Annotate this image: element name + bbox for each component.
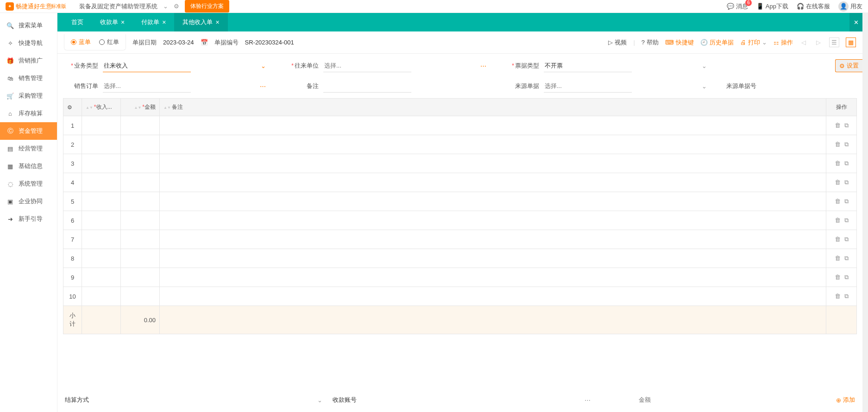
blue-doc-radio[interactable]: 蓝单 xyxy=(71,38,91,46)
tab-1[interactable]: 收款单× xyxy=(92,13,133,31)
prev-arrow-icon[interactable]: ◁ xyxy=(799,39,808,46)
chevron-down-icon[interactable]: ⌄ xyxy=(702,62,707,69)
account-input[interactable] xyxy=(361,394,417,406)
row-num: 7 xyxy=(63,230,82,249)
close-icon[interactable]: × xyxy=(162,19,166,26)
user-menu[interactable]: 👤 用友 xyxy=(838,1,862,12)
add-button[interactable]: ⊕ 添加 xyxy=(836,396,855,404)
operate-button[interactable]: ⚏操作 xyxy=(774,38,793,47)
table-row[interactable]: 8🗑⧉ xyxy=(63,249,857,268)
close-icon[interactable]: × xyxy=(121,19,125,26)
copy-icon[interactable]: ⧉ xyxy=(844,236,849,243)
service-button[interactable]: 🎧 在线客服 xyxy=(797,2,830,11)
table-row[interactable]: 4🗑⧉ xyxy=(63,173,857,192)
shortcut-button[interactable]: ⌨快捷键 xyxy=(665,38,694,47)
messages-button[interactable]: 💬 消息 6 xyxy=(727,2,748,11)
video-button[interactable]: ▷视频 xyxy=(608,38,627,47)
tab-2[interactable]: 付款单× xyxy=(133,13,174,31)
red-doc-radio[interactable]: 红单 xyxy=(99,38,119,46)
chevron-down-icon[interactable]: ⌄ xyxy=(702,83,707,90)
chevron-down-icon[interactable]: ⌄ xyxy=(317,397,322,404)
delete-icon[interactable]: 🗑 xyxy=(835,141,841,148)
scrollbar[interactable] xyxy=(862,13,868,412)
sidebar-item-5[interactable]: ⌂库存核算 xyxy=(0,105,57,122)
remark-input[interactable] xyxy=(323,80,411,93)
delete-icon[interactable]: 🗑 xyxy=(835,160,841,167)
table-row[interactable]: 1🗑⧉ xyxy=(63,116,857,135)
tab-3[interactable]: 其他收入单× xyxy=(174,13,227,31)
app-download-button[interactable]: 📱 App下载 xyxy=(756,2,788,11)
sidebar-item-3[interactable]: 🛍销售管理 xyxy=(0,69,57,87)
delete-icon[interactable]: 🗑 xyxy=(835,236,841,243)
sidebar-item-0[interactable]: 🔍搜索菜单 xyxy=(0,17,57,34)
table-row[interactable]: 7🗑⧉ xyxy=(63,230,857,249)
sidebar-item-7[interactable]: ▤经营管理 xyxy=(0,140,57,157)
settings-button[interactable]: ⚙设置 xyxy=(835,59,862,72)
gear-icon[interactable]: ⚙ xyxy=(174,3,179,10)
copy-icon[interactable]: ⧉ xyxy=(844,160,849,167)
sidebar-item-4[interactable]: 🛒采购管理 xyxy=(0,87,57,105)
table-row[interactable]: 2🗑⧉ xyxy=(63,135,857,154)
sidebar-item-1[interactable]: ✧快捷导航 xyxy=(0,34,57,52)
list-view-icon[interactable]: ☰ xyxy=(829,37,839,47)
copy-icon[interactable]: ⧉ xyxy=(844,179,849,186)
copy-icon[interactable]: ⧉ xyxy=(844,293,849,300)
delete-icon[interactable]: 🗑 xyxy=(835,255,841,262)
table-row[interactable]: 10🗑⧉ xyxy=(63,287,857,306)
gear-column-header[interactable]: ⚙ xyxy=(63,99,82,116)
copy-icon[interactable]: ⧉ xyxy=(844,255,849,262)
delete-icon[interactable]: 🗑 xyxy=(835,122,841,129)
grid-view-icon[interactable]: ▦ xyxy=(846,37,856,47)
system-selector[interactable]: 装备及固定资产辅助管理系统 ⌄ ⚙ xyxy=(79,2,179,11)
delete-icon[interactable]: 🗑 xyxy=(835,198,841,205)
sidebar-item-6[interactable]: Ⓒ资金管理 xyxy=(0,122,57,140)
copy-icon[interactable]: ⧉ xyxy=(844,141,849,148)
settle-input[interactable] xyxy=(94,394,149,406)
delete-icon[interactable]: 🗑 xyxy=(835,179,841,186)
copy-icon[interactable]: ⧉ xyxy=(844,217,849,224)
copy-icon[interactable]: ⧉ xyxy=(844,198,849,205)
doc-date-value[interactable]: 2023-03-24 xyxy=(163,39,194,46)
next-arrow-icon[interactable]: ▷ xyxy=(814,39,823,46)
party-input[interactable] xyxy=(323,59,411,72)
table-row[interactable]: 5🗑⧉ xyxy=(63,192,857,211)
sidebar-item-10[interactable]: ▣企业协同 xyxy=(0,193,57,210)
team-icon: ▣ xyxy=(6,198,14,205)
chevron-down-icon[interactable]: ⌄ xyxy=(261,62,266,69)
table-row[interactable]: 6🗑⧉ xyxy=(63,211,857,230)
try-industry-button[interactable]: 体验行业方案 xyxy=(185,0,229,12)
sidebar-item-8[interactable]: ▦基础信息 xyxy=(0,157,57,175)
more-icon[interactable]: ⋯ xyxy=(480,62,486,69)
sale-order-input[interactable] xyxy=(103,80,191,93)
sidebar-item-11[interactable]: ➜新手引导 xyxy=(0,210,57,228)
amount-column-header[interactable]: ▲▼*金额 xyxy=(121,99,160,116)
remark-column-header[interactable]: ▲▼备注 xyxy=(160,99,826,116)
help-button[interactable]: ?帮助 xyxy=(642,38,659,47)
sidebar-item-9[interactable]: ◌系统管理 xyxy=(0,175,57,193)
print-button[interactable]: 🖨打印⌄ xyxy=(740,38,767,47)
more-icon[interactable]: ⋯ xyxy=(585,397,591,404)
close-all-tabs-button[interactable]: ✕ xyxy=(849,13,862,31)
calendar-icon[interactable]: 📅 xyxy=(201,39,208,46)
delete-icon[interactable]: 🗑 xyxy=(835,217,841,224)
invoice-input[interactable] xyxy=(544,59,632,72)
plus-icon: ⊕ xyxy=(836,397,841,404)
table-row[interactable]: 9🗑⧉ xyxy=(63,268,857,287)
sidebar-label: 搜索菜单 xyxy=(19,21,43,30)
close-icon[interactable]: × xyxy=(215,19,219,26)
history-button[interactable]: 🕘历史单据 xyxy=(700,38,734,47)
copy-icon[interactable]: ⧉ xyxy=(844,122,849,129)
income-column-header[interactable]: ▲▼*收入... xyxy=(82,99,121,116)
copy-icon[interactable]: ⧉ xyxy=(844,274,849,281)
amount-input[interactable] xyxy=(596,394,652,406)
party-field: *往来单位 ⋯ xyxy=(285,59,487,72)
delete-icon[interactable]: 🗑 xyxy=(835,274,841,281)
delete-icon[interactable]: 🗑 xyxy=(835,293,841,300)
sidebar-item-2[interactable]: 🎁营销推广 xyxy=(0,52,57,69)
more-icon[interactable]: ⋯ xyxy=(260,83,266,90)
table-row[interactable]: 3🗑⧉ xyxy=(63,154,857,173)
sys-icon: ◌ xyxy=(6,180,14,187)
tab-0[interactable]: 首页 xyxy=(63,13,92,31)
source-doc-input[interactable] xyxy=(544,80,632,93)
biz-type-input[interactable] xyxy=(103,59,191,72)
